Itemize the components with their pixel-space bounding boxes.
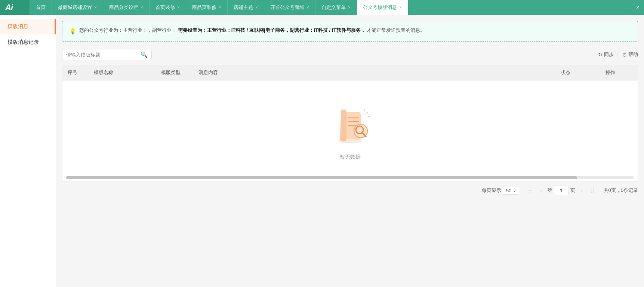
page-size-dropdown[interactable]: 50 ∨ [503, 187, 519, 195]
sync-label: 同步 [604, 51, 614, 58]
sidebar-item-template-msg[interactable]: 模版消息 [0, 19, 56, 34]
tab-product-decoration-close[interactable]: × [219, 5, 221, 10]
global-close-button[interactable]: × [636, 4, 640, 11]
tab-home-label: 首页 [36, 4, 46, 11]
page-size-label: 每页显示 [482, 187, 501, 194]
tab-store-theme-label: 店铺主题 [234, 4, 253, 11]
tab-home-decoration[interactable]: 首页装修 × [150, 0, 186, 15]
search-bar: 🔍 ↻ 同步 | ⊙ 帮助 [62, 49, 638, 60]
table-container: 序号 模版名称 模版类型 消息内容 状态 [62, 65, 638, 182]
next-page-button[interactable]: › [577, 186, 586, 195]
next-page-icon: › [581, 188, 582, 193]
help-icon: ⊙ [622, 52, 627, 58]
tab-store-settings-label: 微商城店铺设置 [58, 4, 92, 11]
tab-store-settings[interactable]: 微商城店铺设置 × [52, 0, 103, 15]
page-total: 共0页，0条记录 [604, 187, 638, 194]
col-header-type: 模版类型 [156, 65, 193, 80]
search-input[interactable] [66, 52, 141, 58]
prev-page-icon: ‹ [540, 188, 542, 193]
tab-store-theme-close[interactable]: × [255, 5, 258, 10]
tab-category-settings[interactable]: 商品分类设置 × [103, 0, 150, 15]
logo-text: Ai [5, 3, 13, 12]
sidebar-item-template-msg-label: 模版消息 [7, 23, 28, 29]
scroll-thumb[interactable] [66, 176, 577, 179]
tab-open-wechat-mall[interactable]: 开通公众号商城 × [264, 0, 315, 15]
last-page-button[interactable]: ⟩⟩ [588, 186, 598, 195]
sidebar-item-template-msg-record[interactable]: 模版消息记录 [0, 34, 56, 50]
notice-highlight: 需要设置为：主营行业：IT科技 / 互联网|电子商务，副营行业：IT科技 / I… [178, 27, 366, 33]
first-page-icon: ⟨⟨ [528, 188, 532, 193]
page-word-label: 页 [570, 187, 575, 194]
col-header-content: 消息内容 [193, 65, 555, 80]
prev-page-button[interactable]: ‹ [536, 186, 546, 195]
empty-text: 暂无数据 [340, 154, 361, 161]
sidebar: 模版消息 模版消息记录 [0, 15, 56, 287]
search-input-wrap[interactable]: 🔍 [62, 49, 152, 60]
last-page-icon: ⟩⟩ [591, 188, 595, 193]
col-header-status: 状态 [555, 65, 600, 80]
tab-template-msg-label: 公众号模版消息 [363, 4, 397, 11]
help-button[interactable]: ⊙ 帮助 [622, 51, 638, 58]
sync-button[interactable]: ↻ 同步 [598, 51, 614, 58]
help-label: 帮助 [628, 51, 638, 58]
sidebar-item-template-msg-record-label: 模版消息记录 [7, 39, 39, 45]
logo: Ai [0, 0, 30, 15]
tab-category-settings-close[interactable]: × [141, 5, 143, 10]
search-actions: ↻ 同步 | ⊙ 帮助 [598, 51, 638, 58]
tab-custom-menu-close[interactable]: × [348, 5, 351, 10]
table-header-row: 序号 模版名称 模版类型 消息内容 状态 [62, 65, 638, 80]
page-size-value: 50 [506, 188, 511, 193]
tab-template-msg[interactable]: 公众号模版消息 × [357, 0, 408, 15]
notice-box: 💡 您的公众号行业为：主营行业：，副营行业： 需要设置为：主营行业：IT科技 /… [62, 21, 638, 42]
tab-home[interactable]: 首页 [30, 0, 52, 15]
sync-icon: ↻ [598, 52, 603, 58]
main-layout: 模版消息 模版消息记录 💡 您的公众号行业为：主营行业：，副营行业： 需要设置为… [0, 15, 644, 287]
tab-store-theme[interactable]: 店铺主题 × [228, 0, 264, 15]
page-input-wrap: 第 页 [548, 186, 575, 195]
tab-open-wechat-mall-label: 开通公众号商城 [270, 4, 304, 11]
content-area: 💡 您的公众号行业为：主营行业：，副营行业： 需要设置为：主营行业：IT科技 /… [56, 15, 644, 287]
toolbar-divider: | [617, 52, 619, 58]
svg-line-9 [364, 109, 365, 111]
first-page-button[interactable]: ⟨⟨ [525, 186, 535, 195]
horizontal-scrollbar[interactable] [66, 176, 634, 179]
tab-template-msg-close[interactable]: × [399, 5, 402, 10]
tab-custom-menu-label: 自定义菜单 [321, 4, 346, 11]
pagination: 每页显示 50 ∨ ⟨⟨ ‹ 第 页 › [62, 182, 638, 195]
empty-illustration [328, 103, 373, 148]
notice-text: 您的公众号行业为：主营行业：，副营行业： 需要设置为：主营行业：IT科技 / 互… [79, 27, 425, 34]
data-table: 序号 模版名称 模版类型 消息内容 状态 [62, 65, 638, 175]
svg-line-7 [365, 112, 368, 114]
page-number-input[interactable] [554, 186, 569, 195]
empty-state: 暂无数据 [62, 80, 638, 175]
col-header-action: 操作 [600, 65, 638, 80]
col-header-name: 模版名称 [89, 65, 156, 80]
page-size-select: 每页显示 50 ∨ [482, 187, 519, 195]
col-header-seq: 序号 [62, 65, 89, 80]
page-nav: ⟨⟨ ‹ 第 页 › ⟩⟩ [525, 186, 598, 195]
tab-store-settings-close[interactable]: × [94, 5, 97, 10]
notice-suffix: 才能正常发送预置的消息。 [367, 27, 425, 33]
tab-product-decoration-label: 商品页装修 [192, 4, 216, 11]
svg-line-8 [367, 116, 370, 117]
tab-open-wechat-mall-close[interactable]: × [306, 5, 309, 10]
tab-category-settings-label: 商品分类设置 [109, 4, 138, 11]
table-empty-row: 暂无数据 [62, 80, 638, 176]
tab-bar: Ai 首页 微商城店铺设置 × 商品分类设置 × 首页装修 × 商品页装修 × … [0, 0, 644, 15]
notice-prefix: 您的公众号行业为：主营行业：，副营行业： [79, 27, 176, 33]
tab-home-decoration-close[interactable]: × [177, 5, 180, 10]
search-icon[interactable]: 🔍 [141, 51, 148, 58]
bulb-icon: 💡 [69, 27, 76, 36]
tab-custom-menu[interactable]: 自定义菜单 × [315, 0, 357, 15]
chevron-down-icon: ∨ [513, 189, 516, 193]
tab-home-decoration-label: 首页装修 [155, 4, 175, 11]
tab-product-decoration[interactable]: 商品页装修 × [186, 0, 228, 15]
